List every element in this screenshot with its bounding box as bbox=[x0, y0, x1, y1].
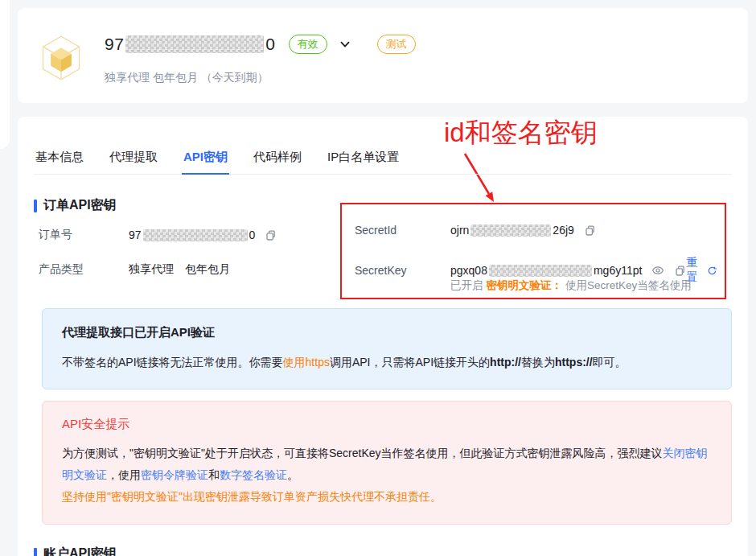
plaintext-verification-note: 已开启密钥明文验证：使用SecretKey当签名使用 bbox=[450, 278, 692, 293]
redacted-secret-id bbox=[470, 224, 551, 237]
account-api-key-section-title: 账户API密钥 bbox=[34, 546, 117, 556]
redacted-order-no bbox=[143, 229, 248, 241]
section-title-bar bbox=[34, 548, 37, 556]
plaintext-verification-highlight: 密钥明文验证： bbox=[487, 279, 563, 291]
secret-key-value: pgxq08mg6y11pt bbox=[450, 264, 642, 277]
info-box-body: 不带签名的API链接将无法正常使用。你需要使用https调用API，只需将API… bbox=[62, 354, 712, 371]
tab-api-key[interactable]: API密钥 bbox=[182, 149, 229, 175]
order-header-card: 970 有效 测试 独享代理 包年包月 （今天到期） bbox=[18, 8, 748, 103]
copy-secret-id-button[interactable] bbox=[584, 224, 596, 237]
warning-box-disclaimer: 坚持使用"密钥明文验证"出现密钥泄露导致订单资产损失快代理不承担责任。 bbox=[62, 486, 712, 508]
order-api-key-section-title: 订单API密钥 bbox=[34, 197, 117, 214]
redacted-order-number bbox=[125, 35, 264, 53]
chevron-down-icon[interactable] bbox=[339, 38, 351, 51]
secret-id-value: ojrn26j9 bbox=[450, 224, 574, 237]
order-number-value: 970 bbox=[129, 229, 255, 241]
order-number-row: 订单号 970 bbox=[39, 228, 277, 242]
secret-id-row: SecretId ojrn26j9 bbox=[355, 224, 717, 237]
section-title-bar bbox=[34, 200, 37, 212]
order-title-row: 970 有效 测试 bbox=[105, 35, 416, 54]
tab-basic-info[interactable]: 基本信息 bbox=[34, 149, 85, 174]
tab-bar: 基本信息 代理提取 API密钥 代码样例 IP白名单设置 bbox=[34, 149, 732, 175]
tab-proxy-extract[interactable]: 代理提取 bbox=[108, 149, 159, 174]
api-security-warning-box: API安全提示 为方便测试，"密钥明文验证"处于开启状态，可直接将SecretK… bbox=[42, 401, 732, 525]
show-secret-key-button[interactable] bbox=[651, 264, 664, 277]
product-cube-icon bbox=[39, 34, 84, 82]
order-number: 970 bbox=[105, 35, 276, 54]
api-key-card: id和签名密钥 基本信息 代理提取 API密钥 代码样例 IP白名单设置 订单A… bbox=[18, 117, 748, 556]
copy-secret-key-button[interactable] bbox=[674, 265, 686, 277]
product-type-row: 产品类型 独享代理 包年包月 bbox=[39, 262, 230, 277]
order-number-label: 订单号 bbox=[39, 228, 129, 242]
api-verification-info-box: 代理提取接口已开启API验证 不带签名的API链接将无法正常使用。你需要使用ht… bbox=[42, 308, 732, 389]
secret-id-label: SecretId bbox=[355, 224, 450, 237]
product-type-label: 产品类型 bbox=[39, 262, 129, 277]
secret-key-highlight-box: SecretId ojrn26j9 SecretKey pgxq08mg6y11… bbox=[340, 203, 726, 299]
key-token-verification-link[interactable]: 密钥令牌验证 bbox=[141, 468, 208, 481]
warning-box-paragraph: 为方便测试，"密钥明文验证"处于开启状态，可直接将SecretKey当作签名使用… bbox=[62, 443, 712, 486]
left-edge-strip bbox=[0, 0, 10, 149]
annotation-text: id和签名密钥 bbox=[444, 117, 598, 149]
secret-key-label: SecretKey bbox=[355, 264, 450, 277]
digital-signature-verification-link[interactable]: 数字签名验证 bbox=[220, 468, 287, 481]
status-badge: 有效 bbox=[289, 35, 327, 54]
page: 970 有效 测试 独享代理 包年包月 （今天到期） id和签名密钥 基本信息 … bbox=[0, 0, 756, 556]
use-https-highlight: 使用https bbox=[283, 356, 330, 369]
copy-order-number-button[interactable] bbox=[265, 229, 277, 241]
warning-box-title: API安全提示 bbox=[62, 417, 712, 432]
redacted-secret-key bbox=[489, 265, 592, 277]
order-subtitle: 独享代理 包年包月 （今天到期） bbox=[105, 71, 269, 85]
test-badge: 测试 bbox=[377, 35, 416, 54]
tab-ip-whitelist[interactable]: IP白名单设置 bbox=[326, 149, 401, 174]
info-box-title: 代理提取接口已开启API验证 bbox=[62, 325, 712, 340]
refresh-icon bbox=[707, 265, 717, 277]
product-type-value: 独享代理 包年包月 bbox=[129, 262, 230, 277]
tab-code-sample[interactable]: 代码样例 bbox=[252, 149, 303, 174]
